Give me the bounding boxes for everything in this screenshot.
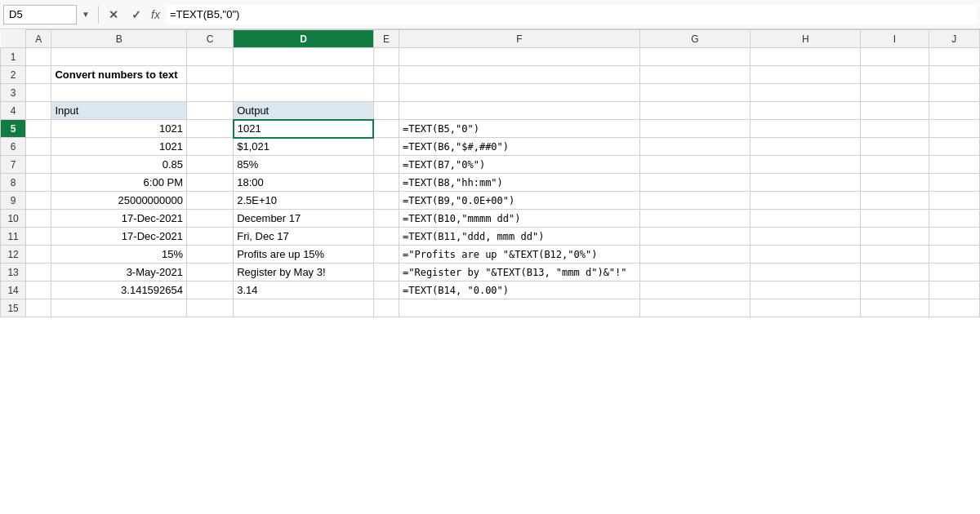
col-header-F[interactable]: F: [399, 30, 640, 48]
cell[interactable]: [26, 192, 51, 210]
cell[interactable]: [234, 84, 374, 102]
cell[interactable]: [187, 66, 234, 84]
row-header-10[interactable]: 10: [1, 210, 26, 228]
cell[interactable]: [751, 246, 861, 264]
cell[interactable]: [26, 281, 51, 299]
cell[interactable]: [26, 138, 51, 156]
cell[interactable]: [26, 102, 51, 120]
row-header-7[interactable]: 7: [1, 156, 26, 174]
col-header-B[interactable]: B: [51, 30, 187, 48]
cell[interactable]: [373, 66, 399, 84]
cell[interactable]: [26, 299, 51, 317]
cell[interactable]: 2.5E+10: [234, 192, 374, 210]
cell[interactable]: [929, 228, 979, 246]
cell[interactable]: [929, 281, 979, 299]
cell[interactable]: [861, 66, 929, 84]
cell[interactable]: 25000000000: [51, 192, 187, 210]
cell[interactable]: [187, 174, 234, 192]
cell[interactable]: [234, 48, 374, 66]
cell[interactable]: [929, 84, 979, 102]
cell[interactable]: [929, 264, 979, 281]
cell[interactable]: [399, 84, 640, 102]
cell[interactable]: [51, 84, 187, 102]
cell[interactable]: [751, 48, 861, 66]
cell[interactable]: [929, 210, 979, 228]
cell[interactable]: =TEXT(B5,"0"): [399, 120, 640, 138]
row-header-5[interactable]: 5: [1, 120, 26, 138]
cell[interactable]: [751, 281, 861, 299]
cell[interactable]: [861, 48, 929, 66]
cell[interactable]: [187, 228, 234, 246]
cell[interactable]: [373, 138, 399, 156]
cell[interactable]: [373, 299, 399, 317]
cell[interactable]: [929, 138, 979, 156]
row-header-12[interactable]: 12: [1, 246, 26, 264]
row-header-3[interactable]: 3: [1, 84, 26, 102]
cell[interactable]: =TEXT(B9,"0.0E+00"): [399, 192, 640, 210]
cell[interactable]: [234, 299, 374, 317]
col-header-H[interactable]: H: [751, 30, 861, 48]
cell[interactable]: [187, 156, 234, 174]
cell[interactable]: [26, 228, 51, 246]
cell[interactable]: =TEXT(B14, "0.00"): [399, 281, 640, 299]
cell[interactable]: 18:00: [234, 174, 374, 192]
cell[interactable]: 1021: [51, 120, 187, 138]
cell[interactable]: [861, 102, 929, 120]
row-header-14[interactable]: 14: [1, 281, 26, 299]
cell[interactable]: [751, 102, 861, 120]
cell[interactable]: December 17: [234, 210, 374, 228]
cell[interactable]: [639, 138, 750, 156]
cell[interactable]: ="Register by "&TEXT(B13, "mmm d")&"!": [399, 264, 640, 281]
cell[interactable]: 15%: [51, 246, 187, 264]
cell[interactable]: [639, 84, 750, 102]
cell[interactable]: [187, 210, 234, 228]
col-header-E[interactable]: E: [373, 30, 399, 48]
cell[interactable]: [929, 192, 979, 210]
cell[interactable]: [751, 156, 861, 174]
cell[interactable]: [187, 102, 234, 120]
cell-name-box[interactable]: D5: [3, 5, 77, 24]
cell[interactable]: [861, 299, 929, 317]
cell[interactable]: [861, 246, 929, 264]
col-header-I[interactable]: I: [861, 30, 929, 48]
cell[interactable]: [861, 174, 929, 192]
cell[interactable]: [187, 120, 234, 138]
cell[interactable]: [639, 192, 750, 210]
cell[interactable]: =TEXT(B8,"hh:mm"): [399, 174, 640, 192]
cell[interactable]: [373, 281, 399, 299]
row-header-15[interactable]: 15: [1, 299, 26, 317]
cell[interactable]: [861, 192, 929, 210]
col-header-J[interactable]: J: [929, 30, 979, 48]
cell[interactable]: [639, 102, 750, 120]
cell[interactable]: [399, 102, 640, 120]
cell[interactable]: [929, 156, 979, 174]
cell[interactable]: [373, 192, 399, 210]
cell[interactable]: [751, 192, 861, 210]
cell[interactable]: [751, 228, 861, 246]
cell[interactable]: [861, 156, 929, 174]
cell[interactable]: [751, 264, 861, 281]
cell[interactable]: [373, 228, 399, 246]
cell[interactable]: [26, 156, 51, 174]
cell[interactable]: [861, 281, 929, 299]
cell[interactable]: [929, 299, 979, 317]
cell[interactable]: [861, 138, 929, 156]
cell[interactable]: [751, 66, 861, 84]
cell[interactable]: [51, 48, 187, 66]
row-header-8[interactable]: 8: [1, 174, 26, 192]
row-header-11[interactable]: 11: [1, 228, 26, 246]
cell[interactable]: 1021: [51, 138, 187, 156]
cell[interactable]: [639, 210, 750, 228]
cell[interactable]: Input: [51, 102, 187, 120]
cell[interactable]: [187, 246, 234, 264]
cell[interactable]: [26, 84, 51, 102]
cell[interactable]: [51, 299, 187, 317]
cell[interactable]: [929, 48, 979, 66]
cell[interactable]: [399, 299, 640, 317]
cell[interactable]: [751, 174, 861, 192]
cell[interactable]: [187, 299, 234, 317]
cell[interactable]: [861, 228, 929, 246]
cell[interactable]: 6:00 PM: [51, 174, 187, 192]
cell[interactable]: =TEXT(B7,"0%"): [399, 156, 640, 174]
cell[interactable]: [399, 66, 640, 84]
